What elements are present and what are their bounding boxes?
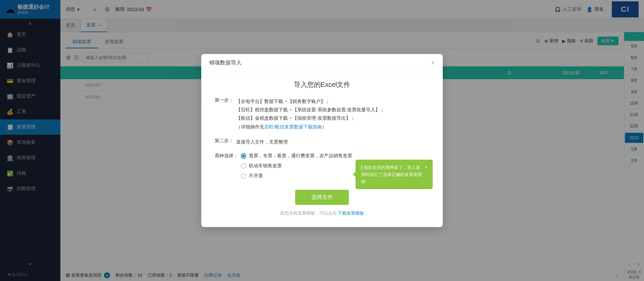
tooltip-text: 现在支持的票种多了，导入发票时别忘了选择正确的发票类型呀! <box>361 165 422 184</box>
radio-group: 普票，专票，卷票，通行费发票，农产品销售发票 机动车销售发票 <box>241 153 352 183</box>
footer-hint-text: 若您没有发票模版，可以点击 <box>280 211 337 216</box>
modal-header: 销项数据导入 × <box>201 54 443 72</box>
download-guide-link[interactable]: 百旺/航信发票数据下载指南 <box>264 124 322 129</box>
modal-main-title: 导入您的Excel文件 <box>215 80 429 89</box>
radio-circle-motor <box>241 163 246 169</box>
step2-block: 第二步： 直接导入文件，无需整理 <box>215 138 429 146</box>
radio-motor[interactable]: 机动车销售发票 <box>241 163 352 169</box>
ticket-type-block: 票种选择： 普票，专票，卷票，通行费发票，农产品销售发票 机动车销售发票 <box>215 153 429 183</box>
download-template-link[interactable]: 下载发票模版 <box>338 211 364 216</box>
step2-text: 直接导入文件，无需整理 <box>236 138 288 146</box>
modal-overlay: 销项数据导入 × 导入您的Excel文件 第一步： 【全电平台】数据下载→【税务… <box>0 0 644 281</box>
step1-line3: 【航信】金税盘数据下载→【报税管理-发票数据导出】； <box>236 114 385 122</box>
radio-circle-notissued <box>241 173 246 179</box>
import-modal: 销项数据导入 × 导入您的Excel文件 第一步： 【全电平台】数据下载→【税务… <box>201 54 443 227</box>
modal-body: 导入您的Excel文件 第一步： 【全电平台】数据下载→【税务数字账户】； 【百… <box>201 72 443 227</box>
modal-close-btn[interactable]: × <box>431 59 435 66</box>
step1-content: 【全电平台】数据下载→【税务数字账户】； 【百旺】税控盘数据下载→【系统设置-系… <box>236 97 385 131</box>
radio-normal[interactable]: 普票，专票，卷票，通行费发票，农产品销售发票 <box>241 153 352 159</box>
hint-prefix: （详细操作见 <box>236 124 264 129</box>
step1-line2: 【百旺】税控盘数据下载→【系统设置-系统参数设置-发票批量导入】； <box>236 106 385 114</box>
radio-normal-label: 普票，专票，卷票，通行费发票，农产品销售发票 <box>249 153 352 159</box>
radio-notissued[interactable]: 不开票 <box>241 173 352 179</box>
step1-block: 第一步： 【全电平台】数据下载→【税务数字账户】； 【百旺】税控盘数据下载→【系… <box>215 97 429 131</box>
radio-circle-normal <box>241 153 246 159</box>
ticket-label: 票种选择： <box>215 153 238 183</box>
step2-inline: 第二步： 直接导入文件，无需整理 <box>215 138 429 146</box>
modal-title: 销项数据导入 <box>209 59 241 66</box>
tooltip-box: × | 现在支持的票种多了，导入发票时别忘了选择正确的发票类型呀! <box>356 160 433 189</box>
hint-suffix: ） <box>322 124 327 129</box>
step1-line1: 【全电平台】数据下载→【税务数字账户】； <box>236 97 385 106</box>
modal-footer-hint: 若您没有发票模版，可以点击 下载发票模版 <box>215 210 429 216</box>
tooltip-bar: | <box>361 165 364 170</box>
radio-notissued-label: 不开票 <box>249 173 263 179</box>
radio-motor-label: 机动车销售发票 <box>249 163 282 169</box>
select-file-btn[interactable]: 选择文件 <box>295 190 349 205</box>
step1-hint: （详细操作见百旺/航信发票数据下载指南） <box>236 123 385 131</box>
step2-label: 第二步： <box>215 138 233 146</box>
tooltip-close-btn[interactable]: × <box>425 164 427 171</box>
step1-label: 第一步： <box>215 97 233 131</box>
step1-inline: 第一步： 【全电平台】数据下载→【税务数字账户】； 【百旺】税控盘数据下载→【系… <box>215 97 429 131</box>
